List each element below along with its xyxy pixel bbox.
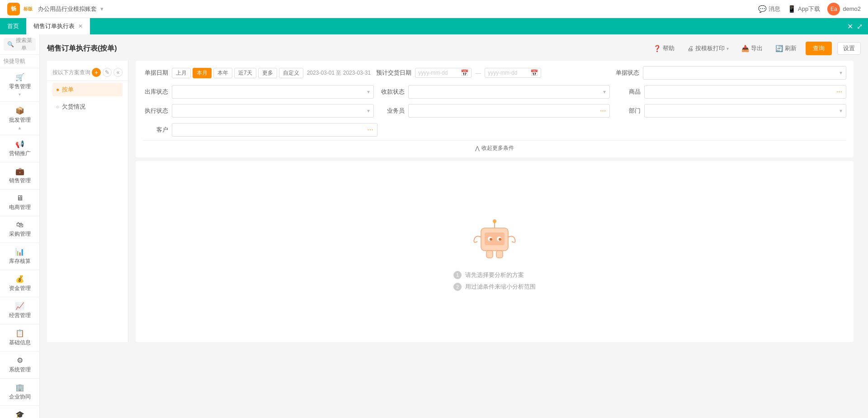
expected-date-filter: 预计交货日期 📅 — 📅 xyxy=(376,68,609,78)
sidebar-item-sales[interactable]: 💼 销售管理 xyxy=(0,162,39,190)
sales-icon: 💼 xyxy=(15,167,24,176)
status-label: 单据状态 xyxy=(614,69,639,77)
customer-filter: 客户 ··· xyxy=(143,123,377,137)
department-select[interactable]: ▾ xyxy=(644,104,846,118)
expected-date-label: 预计交货日期 xyxy=(376,69,411,77)
sidebar-item-purchase[interactable]: 🛍 采购管理 xyxy=(0,216,39,243)
payment-filter: 收款状态 ▾ xyxy=(379,85,610,99)
sidebar-search-btn[interactable]: 🔍 搜索菜单 xyxy=(4,38,36,51)
app-download-btn[interactable]: 📱 App下载 xyxy=(788,5,820,13)
sidebar-quick-nav: 快捷导航 xyxy=(0,55,39,68)
status-filter: 单据状态 ▾ xyxy=(614,66,846,80)
expected-date-end-wrap[interactable]: 📅 xyxy=(485,68,541,78)
svg-point-5 xyxy=(499,238,501,241)
newbie-icon: 🎓 xyxy=(15,410,24,418)
sidebar-item-newbie[interactable]: 🎓 新手引导 xyxy=(0,406,39,418)
help-btn[interactable]: ❓ 帮助 xyxy=(650,43,678,54)
payment-select[interactable]: ▾ xyxy=(408,85,610,99)
date-btn-current-month[interactable]: 本月 xyxy=(193,68,212,78)
main-content: 销售订单执行表(按单) ❓ 帮助 🖨 按模板打印 ▾ 📥 导出 🔄 刷新 查询 … xyxy=(40,34,868,418)
customer-input[interactable]: ··· xyxy=(172,123,377,137)
collapse-btn[interactable]: ⋀ 收起更多条件 xyxy=(475,144,514,152)
scheme-add-btn[interactable]: + xyxy=(92,68,101,77)
date-btn-7days[interactable]: 近7天 xyxy=(234,68,256,78)
nav-tabs: 首页 销售订单执行表 ✕ ✕ ⤢ xyxy=(0,18,868,34)
sidebar-item-basic[interactable]: 📋 基础信息 xyxy=(0,324,39,352)
app-subtitle: 标版 xyxy=(24,6,33,12)
system-icon: ⚙ xyxy=(17,356,23,365)
sidebar-item-retail[interactable]: 🛒 零售管理 ▾ xyxy=(0,68,39,102)
filter-row-2: 出库状态 ▾ 收款状态 ▾ 商品 xyxy=(143,85,846,99)
payment-label: 收款状态 xyxy=(379,88,405,96)
product-input[interactable]: ··· xyxy=(644,85,846,99)
scheme-sidebar-header: 按以下方案查询 + ✎ « xyxy=(47,64,128,81)
maximize-window-btn[interactable]: ⤢ xyxy=(857,22,863,31)
settings-btn[interactable]: 设置 xyxy=(837,42,861,55)
scheme-edit-btn[interactable]: ✎ xyxy=(103,68,112,77)
outbound-select[interactable]: ▾ xyxy=(172,85,374,99)
date-btn-custom[interactable]: 自定义 xyxy=(279,68,303,78)
expected-date-end[interactable] xyxy=(488,70,528,76)
refresh-btn[interactable]: 🔄 刷新 xyxy=(772,43,800,54)
title-arrow[interactable]: ▾ xyxy=(100,5,104,12)
marketing-icon: 📢 xyxy=(15,140,24,148)
operations-icon: 📈 xyxy=(15,302,24,310)
salesman-input[interactable]: ··· xyxy=(408,104,610,118)
query-btn[interactable]: 查询 xyxy=(806,42,832,55)
export-btn[interactable]: 📥 导出 xyxy=(738,43,766,54)
product-dots[interactable]: ··· xyxy=(836,88,842,96)
scheme-collapse-btn[interactable]: « xyxy=(113,68,123,77)
sidebar-item-inventory[interactable]: 📊 库存核算 xyxy=(0,243,39,270)
finance-icon: 💰 xyxy=(15,275,24,283)
expected-date-start-wrap[interactable]: 📅 xyxy=(415,68,472,78)
svg-rect-9 xyxy=(496,251,503,258)
collapse-icon: ⋀ xyxy=(475,145,480,152)
svg-rect-8 xyxy=(486,251,493,258)
salesman-filter: 业务员 ··· xyxy=(379,104,610,118)
top-bar: 畅 标版 办公用品行业模拟账套 ▾ 💬 消息 📱 App下载 Ea demo2 xyxy=(0,0,868,18)
message-btn[interactable]: 💬 消息 xyxy=(758,5,780,13)
export-icon: 📥 xyxy=(741,45,749,52)
retail-arrow: ▾ xyxy=(19,92,21,97)
sidebar-item-ecommerce[interactable]: 🖥 电商管理 xyxy=(0,190,39,216)
product-label: 商品 xyxy=(615,88,641,96)
scheme-arrears-icon: ○ xyxy=(56,104,59,110)
data-area: 1 请先选择要分析的方案 2 用过滤条件来缩小分析范围 xyxy=(136,161,854,342)
customer-dots[interactable]: ··· xyxy=(367,126,373,134)
close-window-btn[interactable]: ✕ xyxy=(847,22,853,31)
date-btn-more[interactable]: 更多 xyxy=(258,68,277,78)
sidebar-item-system[interactable]: ⚙ 系统管理 xyxy=(0,352,39,379)
date-btn-last-month[interactable]: 上月 xyxy=(172,68,191,78)
top-bar-right: 💬 消息 📱 App下载 Ea demo2 xyxy=(758,3,861,15)
scheme-item-arrears[interactable]: ○ 欠货情况 xyxy=(47,98,128,115)
salesman-label: 业务员 xyxy=(379,107,405,115)
print-arrow: ▾ xyxy=(726,46,729,51)
sidebar-item-wholesale[interactable]: 📦 批发管理 ▲ xyxy=(0,102,39,135)
execution-label: 执行状态 xyxy=(143,107,168,115)
product-filter: 商品 ··· xyxy=(615,85,846,99)
tab-close-btn[interactable]: ✕ xyxy=(78,23,83,29)
scheme-item-by-order[interactable]: ● 按单 xyxy=(47,81,128,98)
page-header: 销售订单执行表(按单) ❓ 帮助 🖨 按模板打印 ▾ 📥 导出 🔄 刷新 查询 … xyxy=(47,42,861,55)
execution-select[interactable]: ▾ xyxy=(172,104,374,118)
filter-section: 单据日期 上月 本月 本年 近7天 更多 自定义 2023-03-01 至 20… xyxy=(136,61,854,157)
sidebar-item-enterprise[interactable]: 🏢 企业协同 xyxy=(0,379,39,406)
filter-row-1: 单据日期 上月 本月 本年 近7天 更多 自定义 2023-03-01 至 20… xyxy=(143,66,846,80)
empty-step-1: 1 请先选择要分析的方案 xyxy=(453,271,536,279)
payment-arrow-icon: ▾ xyxy=(603,89,606,95)
user-area[interactable]: Ea demo2 xyxy=(827,3,861,15)
sidebar-item-finance[interactable]: 💰 资金管理 xyxy=(0,270,39,297)
svg-rect-1 xyxy=(485,233,505,245)
calendar-start-icon: 📅 xyxy=(461,69,468,76)
scheme-sidebar: 按以下方案查询 + ✎ « ● 按单 xyxy=(47,61,128,342)
salesman-dots[interactable]: ··· xyxy=(600,107,606,115)
expected-date-start[interactable] xyxy=(418,70,459,76)
svg-point-7 xyxy=(493,219,496,223)
tab-order-exec[interactable]: 销售订单执行表 ✕ xyxy=(26,18,90,34)
date-btn-current-year[interactable]: 本年 xyxy=(213,68,232,78)
tab-home[interactable]: 首页 xyxy=(0,18,26,34)
sidebar-item-marketing[interactable]: 📢 营销推广 xyxy=(0,135,39,162)
status-select[interactable]: ▾ xyxy=(643,66,846,80)
print-btn[interactable]: 🖨 按模板打印 ▾ xyxy=(684,43,732,54)
sidebar-item-operations[interactable]: 📈 经营管理 xyxy=(0,297,39,324)
